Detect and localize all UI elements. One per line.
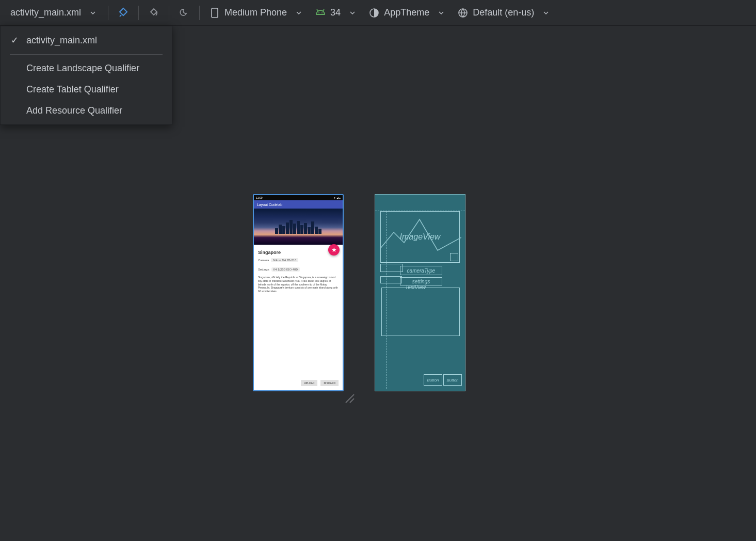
blueprint-textview[interactable] — [381, 288, 460, 336]
resize-handle[interactable] — [343, 391, 356, 405]
menu-item-label: Create Tablet Qualifier — [26, 84, 119, 95]
design-icon — [118, 7, 129, 19]
blueprint-button-1[interactable]: Button — [424, 374, 442, 386]
toolbar: activity_main.xml Medium Phone — [0, 0, 756, 26]
file-label: activity_main.xml — [10, 7, 81, 18]
blueprint-chip-settings-label[interactable] — [380, 276, 402, 283]
menu-item-label: Create Landscape Qualifier — [26, 63, 139, 74]
device-label: Medium Phone — [224, 7, 287, 18]
menu-item-landscape[interactable]: Create Landscape Qualifier — [1, 58, 172, 79]
moon-icon — [179, 7, 190, 19]
api-dropdown[interactable]: 34 — [311, 5, 362, 21]
locale-dropdown[interactable]: Default (en-us) — [453, 5, 556, 21]
statusbar-time: 11:00 — [256, 196, 263, 199]
blueprint-fab-outline — [450, 253, 458, 261]
chevron-down-icon — [436, 7, 447, 19]
globe-icon — [457, 7, 469, 19]
file-dropdown-menu: ✓ activity_main.xml Create Landscape Qua… — [0, 26, 172, 125]
device-dropdown[interactable]: Medium Phone — [205, 5, 309, 21]
appbar: Layout Codelab — [254, 200, 343, 209]
design-mode-button[interactable] — [114, 5, 133, 21]
chevron-down-icon — [87, 7, 99, 19]
button-row: UPLOAD DISCARD — [301, 380, 339, 386]
blueprint-button1-label: Button — [427, 378, 439, 383]
blueprint-button2-label: Button — [446, 378, 458, 383]
meta-settings: Settings f/4 1/250 ISO 400 — [254, 266, 343, 273]
chevron-down-icon — [347, 7, 358, 19]
statusbar-icons: ▾ ◢ ∎ — [334, 196, 341, 199]
hero-image — [254, 209, 343, 245]
blueprint-camera-type[interactable]: cameraType — [400, 266, 442, 275]
description-text: Singapore, officially the Republic of Si… — [254, 273, 343, 296]
phone-icon — [209, 7, 220, 19]
meta-camera: Camera Nikon D4 70-210 — [254, 257, 343, 263]
chevron-down-icon — [293, 7, 304, 19]
divider — [138, 6, 139, 20]
locale-label: Default (en-us) — [473, 7, 534, 18]
menu-item-resource[interactable]: Add Resource Qualifier — [1, 100, 172, 121]
file-dropdown[interactable]: activity_main.xml — [6, 5, 103, 21]
menu-item-tablet[interactable]: Create Tablet Qualifier — [1, 79, 172, 100]
rotate-icon — [148, 7, 159, 19]
divider — [108, 6, 108, 20]
check-icon: ✓ — [10, 35, 19, 46]
star-icon: ★ — [331, 246, 337, 253]
meta-camera-label: Camera — [258, 259, 269, 262]
menu-item-label: activity_main.xml — [26, 35, 97, 46]
svg-point-1 — [318, 12, 319, 13]
api-label: 34 — [330, 7, 341, 18]
blueprint-topbar — [375, 195, 465, 211]
night-mode-button[interactable] — [174, 5, 194, 21]
divider — [199, 6, 200, 20]
fab-favorite[interactable]: ★ — [328, 244, 340, 256]
divider — [169, 6, 169, 20]
theme-label: AppTheme — [384, 7, 429, 18]
theme-icon — [368, 7, 380, 19]
design-preview[interactable]: 11:00 ▾ ◢ ∎ Layout Codelab ★ Singapore C… — [253, 194, 344, 391]
chevron-down-icon — [540, 7, 552, 19]
theme-dropdown[interactable]: AppTheme — [364, 5, 451, 21]
blueprint-button-2[interactable]: Button — [443, 374, 462, 386]
menu-item-label: Add Resource Qualifier — [26, 105, 122, 116]
svg-rect-0 — [212, 8, 218, 18]
blueprint-camera-label: cameraType — [407, 268, 436, 274]
meta-camera-value: Nikon D4 70-210 — [271, 258, 298, 262]
meta-settings-value: f/4 1/250 ISO 400 — [271, 267, 300, 272]
blueprint-preview[interactable]: ImageView cameraType settings TextView B… — [375, 194, 465, 391]
svg-point-2 — [321, 12, 323, 13]
menu-item-activity-main[interactable]: ✓ activity_main.xml — [1, 29, 172, 51]
statusbar: 11:00 ▾ ◢ ∎ — [254, 195, 343, 200]
blueprint-settings-label: settings — [412, 279, 430, 284]
discard-button[interactable]: DISCARD — [320, 380, 339, 386]
orientation-button[interactable] — [144, 5, 164, 21]
menu-separator — [10, 54, 163, 55]
blueprint-imageview[interactable]: ImageView — [380, 211, 460, 263]
skyline — [254, 219, 343, 234]
meta-settings-label: Settings — [258, 268, 269, 271]
upload-button[interactable]: UPLOAD — [301, 380, 318, 386]
appbar-title: Layout Codelab — [257, 203, 282, 206]
android-icon — [315, 7, 326, 19]
